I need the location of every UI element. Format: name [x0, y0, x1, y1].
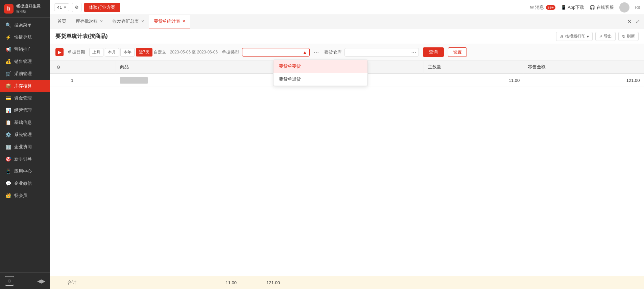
sidebar-item-purchase[interactable]: 🛒 采购管理 [0, 68, 50, 80]
topbar-right: ✉ 消息 99+ 📱 App下载 🎧 在线客服 Rit [530, 2, 640, 13]
date-recent7-button[interactable]: 近7天 [136, 48, 152, 57]
product-name-blurred [120, 77, 148, 84]
sidebar-item-member[interactable]: 👑 畅会员 [0, 190, 50, 202]
sidebar-item-inventory[interactable]: 📦 库存核算 [0, 80, 50, 92]
column-product-header: 商品 [116, 61, 284, 74]
app-download-button[interactable]: 📱 App下载 [561, 4, 584, 10]
close-all-tabs-button[interactable]: ✕ [626, 18, 633, 25]
search-icon: 🔍 [5, 22, 11, 28]
export-button[interactable]: ↗ 导出 [595, 32, 616, 41]
online-service-label: 在线客服 [596, 4, 614, 10]
tab-close-icon[interactable]: ✕ [141, 19, 144, 24]
enterprise-icon: 🏢 [5, 144, 11, 150]
messages-button[interactable]: ✉ 消息 99+ [530, 4, 556, 10]
filter-more-button[interactable]: ··· [312, 49, 320, 56]
sidebar-item-enterprise[interactable]: 🏢 企业协同 [0, 141, 50, 153]
column-amount-header: 零售金额 [524, 61, 644, 74]
sidebar-item-operations[interactable]: 📊 经营管理 [0, 104, 50, 116]
page-title: 要货单统计表(按商品) [55, 33, 108, 40]
date-custom-button[interactable]: 自定义 [154, 49, 166, 55]
app-download-label: App下载 [568, 4, 584, 10]
type-filter-label: 单据类型 [222, 49, 239, 55]
sidebar-toggle-button[interactable]: ◀▶ [37, 278, 45, 284]
date-buttons: 上月 本月 本年 近7天 自定义 [89, 48, 166, 57]
tab-order-stats[interactable]: 要货单统计表 ✕ [149, 15, 190, 28]
refresh-label: 刷新 [627, 34, 635, 39]
topbar: 41 ▾ ⚙ 体验行业方案 ✉ 消息 99+ 📱 App下载 🎧 在线客服 [50, 0, 644, 15]
sidebar-settings-icon[interactable]: ⚙ [5, 276, 14, 286]
member-icon: 👑 [5, 193, 11, 198]
sidebar-item-label: 资金管理 [14, 95, 45, 101]
tab-home[interactable]: 首页 [53, 15, 71, 28]
main-content: 41 ▾ ⚙ 体验行业方案 ✉ 消息 99+ 📱 App下载 🎧 在线客服 [50, 0, 644, 289]
column-settings-icon[interactable]: ⚙ [50, 61, 67, 74]
sidebar-item-marketing[interactable]: 📢 营销推广 [0, 43, 50, 55]
online-service-button[interactable]: 🎧 在线客服 [590, 4, 614, 10]
filter-settings-button[interactable]: 设置 [448, 47, 467, 57]
warehouse-select[interactable] [344, 48, 419, 57]
type-select[interactable] [242, 48, 310, 57]
row-product [116, 74, 284, 87]
tab-home-label: 首页 [57, 18, 66, 24]
warehouse-filter-label: 要货仓库 [324, 49, 342, 55]
warehouse-more-button[interactable]: ··· [410, 49, 418, 56]
trial-button[interactable]: 体验行业方案 [84, 3, 120, 12]
sidebar-item-apps[interactable]: 📱 应用中心 [0, 165, 50, 177]
sidebar-item-label: 新手引导 [14, 156, 45, 162]
filter-bar: ▶ 单据日期 上月 本月 本年 近7天 自定义 2023-05-06 至 202… [50, 44, 644, 61]
tab-close-icon[interactable]: ✕ [182, 19, 186, 24]
apps-icon: 📱 [5, 169, 11, 174]
sidebar-item-label: 营销推广 [14, 46, 45, 52]
operations-icon: 📊 [5, 108, 11, 113]
sidebar-item-quick-nav[interactable]: ⚡ 快捷导航 [0, 31, 50, 43]
finance-icon: 💳 [5, 95, 11, 101]
date-prev-month-button[interactable]: 上月 [89, 48, 103, 57]
dropdown-item-order-return[interactable]: 要货单退货 [273, 73, 367, 86]
store-select[interactable]: 41 ▾ [54, 3, 69, 11]
sidebar-item-finance[interactable]: 💳 资金管理 [0, 92, 50, 104]
query-button[interactable]: 查询 [423, 47, 444, 57]
sidebar-item-sales[interactable]: 💰 销售管理 [0, 55, 50, 68]
tab-batch-account[interactable]: 库存批次账 ✕ [71, 15, 108, 28]
quick-nav-icon: ⚡ [5, 35, 11, 40]
guide-icon: 🎯 [5, 156, 11, 162]
type-select-wrapper: ▲ [242, 48, 310, 57]
sidebar-item-wechat[interactable]: 💬 企业微信 [0, 177, 50, 190]
tab-label: 库存批次账 [76, 18, 98, 24]
row-quantity: 11.00 [424, 74, 524, 87]
download-icon: 📱 [561, 5, 566, 10]
sidebar-item-basics[interactable]: 📋 基础信息 [0, 116, 50, 129]
tab-label: 要货单统计表 [154, 18, 180, 24]
sidebar-footer: ⚙ ◀▶ [0, 272, 50, 289]
expand-tabs-button[interactable]: ⤢ [634, 18, 641, 25]
sidebar-item-label: 企业微信 [14, 180, 45, 186]
row-index: 1 [67, 74, 116, 87]
sidebar-item-label: 经营管理 [14, 107, 45, 113]
sidebar-item-search[interactable]: 🔍 搜索菜单 [0, 19, 50, 31]
date-this-month-button[interactable]: 本月 [105, 48, 119, 57]
dropdown-item-order-goods[interactable]: 要货单要货 [273, 60, 367, 73]
type-dropdown: 要货单要货 要货单退货 [273, 60, 368, 86]
date-filter-label: 单据日期 [68, 49, 85, 55]
print-button[interactable]: 🖨 按模板打印 ▾ [556, 32, 593, 41]
type-filter-section: 单据类型 ▲ ··· [222, 48, 320, 57]
tab-close-icon[interactable]: ✕ [100, 19, 103, 24]
export-icon: ↗ [599, 34, 602, 39]
sidebar-item-label: 基础信息 [14, 119, 45, 126]
tab-receivables[interactable]: 收发存汇总表 ✕ [108, 15, 149, 28]
tab-label: 收发存汇总表 [113, 18, 139, 24]
gear-icon: ⚙ [75, 5, 79, 10]
message-icon: ✉ [530, 5, 534, 10]
sidebar-item-system[interactable]: ⚙️ 系统管理 [0, 129, 50, 141]
filter-expand-button[interactable]: ▶ [55, 48, 64, 56]
date-this-year-button[interactable]: 本年 [120, 48, 135, 57]
user-avatar[interactable] [619, 2, 629, 13]
topbar-gear-button[interactable]: ⚙ [72, 3, 81, 12]
sidebar-item-guide[interactable]: 🎯 新手引导 [0, 153, 50, 165]
logo-icon: b [4, 4, 14, 14]
messages-label: 消息 [535, 4, 544, 10]
sales-icon: 💰 [5, 59, 11, 64]
column-index-header [67, 61, 116, 74]
refresh-button[interactable]: ↻ 刷新 [618, 32, 639, 41]
service-icon: 🎧 [590, 5, 595, 10]
